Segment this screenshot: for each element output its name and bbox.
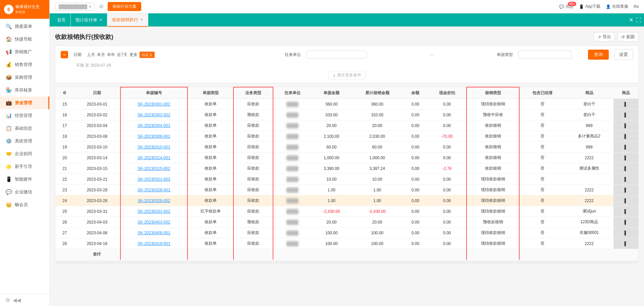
table-scrollbar[interactable]	[55, 260, 638, 263]
row-doc-no[interactable]: SK-20230301-002	[120, 99, 187, 110]
sidebar-item-finance[interactable]: 💼 资金管理	[0, 97, 49, 109]
sidebar-item-enterprise[interactable]: 🤝 企业协同	[0, 147, 49, 160]
col-balance[interactable]: 余额	[403, 87, 428, 99]
row-include-settled: 否	[519, 142, 565, 152]
sidebar-item-member[interactable]: 👑 畅会员	[0, 198, 49, 211]
table-row[interactable]: 252023-03-31SK-20230331-002红字收款单应收款████-…	[55, 206, 638, 217]
message-button[interactable]: 💬 消息 99+	[559, 4, 574, 9]
col-doc-no[interactable]: 单据编号	[120, 87, 187, 99]
row-doc-no[interactable]: SK-20230304-001	[120, 120, 187, 131]
row-doc-no[interactable]: SK-20230302-002	[120, 110, 187, 120]
unit-input[interactable]	[306, 51, 367, 59]
col-verify-type[interactable]: 核销类型	[467, 87, 519, 99]
tab-collection-exec[interactable]: 收款核销执行 ✕	[107, 13, 148, 27]
table-row[interactable]: 262023-04-03SK-20230403-002收款单预收款████20.…	[55, 217, 638, 228]
table-row[interactable]: 172023-03-04SK-20230304-001收款单应收款████20.…	[55, 120, 638, 131]
filter-row-1: » 日期 上月 本月 本年 近7天 更多 自定义 往来单位 ··· 单据类型	[61, 49, 633, 60]
row-verify-type: 收款核销	[467, 152, 519, 163]
tab-home[interactable]: 首页	[52, 13, 71, 27]
sidebar-item-quicknav[interactable]: 🏠 快捷导航	[0, 33, 49, 46]
col-settings[interactable]: ⚙	[55, 87, 74, 99]
more-filters-dots[interactable]: ···	[429, 51, 434, 58]
table-row[interactable]: 192023-03-10SK-20230310-001收款单应收款████60.…	[55, 142, 638, 152]
sidebar-item-guide[interactable]: 🌟 新手引导	[0, 160, 49, 173]
sidebar-item-system[interactable]: ⚙️ 系统管理	[0, 135, 49, 147]
date-more[interactable]: 更多	[129, 52, 138, 58]
row-doc-no[interactable]: SK-20230328-001	[120, 185, 187, 195]
sidebar-item-sales[interactable]: 💰 销售管理	[0, 58, 49, 71]
col-doc-amount[interactable]: 单据金额	[312, 87, 351, 99]
col-cash-discount[interactable]: 现金折扣	[428, 87, 467, 99]
date-this-year[interactable]: 本年	[107, 52, 115, 58]
expand-tab-icon[interactable]: ⛶	[636, 17, 641, 23]
sidebar-item-inventory[interactable]: 🏪 库存核算	[0, 84, 49, 97]
date-custom-button[interactable]: 自定义	[140, 52, 155, 58]
row-doc-no[interactable]: SK-20230331-002	[120, 206, 187, 217]
table-row[interactable]: 242023-03-28SK-20230328-002收款单应收款████1.0…	[55, 195, 638, 206]
gear-icon[interactable]: ⚙	[99, 3, 104, 10]
expand-more-button[interactable]: ∨ 展开更多条件	[328, 71, 366, 79]
table-container: ⚙ 日期 单据编号 单据类型 业务类型 往来单位 单据金额 累计核销金额 余额 …	[55, 86, 639, 263]
sidebar-item-search[interactable]: 🔍 搜索菜单	[0, 20, 49, 33]
sidebar-item-smart[interactable]: 📱 智能硬件	[0, 173, 49, 186]
row-doc-type: 收款单	[187, 152, 233, 163]
col-product2[interactable]: 商品	[613, 87, 638, 99]
export-button[interactable]: ↗ 导出	[594, 32, 615, 42]
table-row[interactable]: 232023-03-28SK-20230328-001收款单应收款████1.0…	[55, 185, 638, 195]
row-doc-no[interactable]: SK-20230321-003	[120, 174, 187, 185]
row-doc-no[interactable]: SK-20230314-001	[120, 152, 187, 163]
date-this-month[interactable]: 本月	[97, 52, 105, 58]
query-button[interactable]: 查询	[588, 50, 609, 60]
col-biz-type[interactable]: 业务类型	[233, 87, 273, 99]
row-product: 999	[565, 142, 613, 152]
col-doc-type[interactable]: 单据类型	[187, 87, 233, 99]
tab-prepay[interactable]: 预计应付单 ✕	[71, 13, 107, 27]
table-row[interactable]: 212023-03-15SK-20230315-002收款单应收款████3,3…	[55, 163, 638, 174]
col-party[interactable]: 往来单位	[273, 87, 312, 99]
date-prev-month[interactable]: 上月	[87, 52, 95, 58]
table-row[interactable]: 272023-04-08SK-20230408-001收款单应收款████100…	[55, 228, 638, 238]
col-verified-amount[interactable]: 累计核销金额	[352, 87, 403, 99]
row-doc-no[interactable]: SK-20230315-002	[120, 163, 187, 174]
table-row[interactable]: 182023-03-08SK-20230308-001收款单应收款████2,1…	[55, 131, 638, 142]
date-7days[interactable]: 近7天	[117, 52, 127, 58]
col-include-settled[interactable]: 包含已结清	[519, 87, 565, 99]
filter-expand-button[interactable]: »	[61, 51, 68, 58]
close-prepay-tab[interactable]: ✕	[99, 18, 102, 22]
row-no: 17	[55, 120, 74, 131]
row-no: 28	[55, 238, 74, 249]
col-product[interactable]: 商品	[565, 87, 613, 99]
close-tab-icon[interactable]: ✕	[629, 17, 633, 23]
row-doc-no[interactable]: SK-20230418-001	[120, 238, 187, 249]
row-doc-no[interactable]: SK-20230408-001	[120, 228, 187, 238]
user-info[interactable]: Rit	[634, 4, 639, 9]
collapse-icon[interactable]: ◀◀	[13, 297, 21, 303]
close-collection-tab[interactable]: ✕	[140, 17, 143, 22]
row-doc-no[interactable]: SK-20230328-002	[120, 195, 187, 206]
sidebar-item-basic[interactable]: 📋 基础信息	[0, 122, 49, 135]
setting-button[interactable]: 设置	[614, 49, 633, 60]
settings-bottom-icon[interactable]: ⚙	[5, 297, 10, 303]
sidebar-item-ops[interactable]: 📊 经营管理	[0, 109, 49, 122]
row-doc-no[interactable]: SK-20230403-002	[120, 217, 187, 228]
table-row[interactable]: 222023-03-21SK-20230321-003收款单应收款████10.…	[55, 174, 638, 185]
sidebar-item-weixin[interactable]: 💬 企业微信	[0, 186, 49, 198]
row-doc-no[interactable]: SK-20230310-001	[120, 142, 187, 152]
sidebar-item-purchase[interactable]: 📦 采购管理	[0, 71, 49, 84]
online-service-button[interactable]: 👤 在线客服	[606, 4, 628, 9]
row-doc-type: 收款单	[187, 185, 233, 195]
enterprise-selector[interactable]: ██████████ ▾	[55, 3, 95, 11]
refresh-button[interactable]: ↺ 刷新	[618, 32, 639, 42]
row-doc-type: 收款单	[187, 131, 233, 142]
col-date[interactable]: 日期	[74, 87, 120, 99]
row-doc-no[interactable]: SK-20230308-001	[120, 131, 187, 142]
app-download-button[interactable]: 📱 App下载	[579, 4, 600, 9]
solution-button[interactable]: 体验行业方案	[108, 2, 141, 11]
table-row[interactable]: 152023-03-01SK-20230301-002收款单应收款████360…	[55, 99, 638, 110]
table-row[interactable]: 162023-03-02SK-20230302-002收款单预收款████333…	[55, 110, 638, 120]
table-row[interactable]: 202023-03-14SK-20230314-001收款单应收款████1,0…	[55, 152, 638, 163]
unit-filter-label: 往来单位	[285, 52, 301, 58]
doc-type-select[interactable]	[518, 51, 572, 59]
sidebar-item-marketing[interactable]: 📢 营销推广	[0, 46, 49, 58]
table-row[interactable]: 282023-04-18SK-20230418-001收款单应收款████100…	[55, 238, 638, 249]
